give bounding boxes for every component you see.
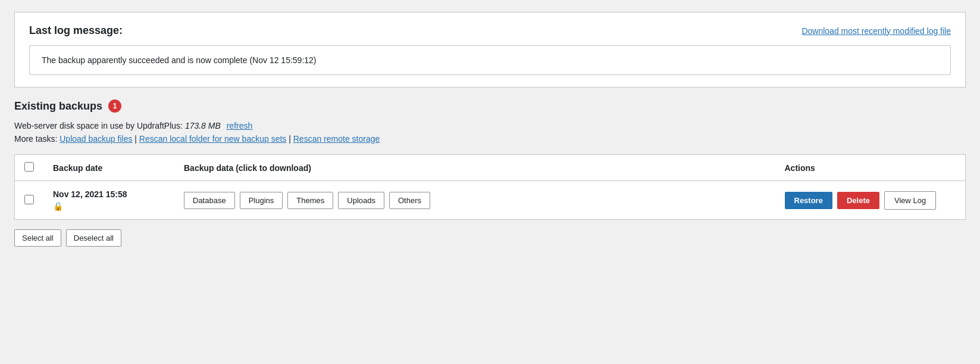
upload-backup-link[interactable]: Upload backup files	[60, 134, 132, 144]
more-tasks-label: More tasks:	[14, 134, 57, 144]
viewlog-button[interactable]: View Log	[884, 191, 936, 210]
bottom-row: Select all Deselect all	[14, 229, 966, 247]
existing-backups-title: Existing backups	[14, 100, 102, 113]
download-log-link[interactable]: Download most recently modified log file	[801, 26, 951, 36]
backup-actions-cell: Restore Delete View Log	[775, 181, 966, 220]
refresh-link[interactable]: refresh	[227, 121, 253, 130]
data-buttons-group: Database Plugins Themes Uploads Others	[184, 192, 766, 209]
action-buttons-group: Restore Delete View Log	[785, 191, 956, 210]
col-header-data: Backup data (click to download)	[174, 155, 775, 181]
log-message-text: The backup apparently succeeded and is n…	[42, 55, 317, 65]
backup-data-cell: Database Plugins Themes Uploads Others	[174, 181, 775, 220]
existing-backups-header: Existing backups 1	[14, 99, 966, 113]
lock-icon: 🔒	[53, 201, 63, 211]
plugins-button[interactable]: Plugins	[240, 192, 283, 209]
backup-date-cell: Nov 12, 2021 15:58 🔒	[43, 181, 174, 220]
rescan-remote-link[interactable]: Rescan remote storage	[293, 134, 380, 144]
table-row: Nov 12, 2021 15:58 🔒 Database Plugins Th…	[15, 181, 966, 220]
disk-space-value-text: 173.8 MB	[185, 121, 221, 130]
col-header-checkbox	[15, 155, 44, 181]
col-header-date: Backup date	[43, 155, 174, 181]
last-log-title: Last log message:	[29, 24, 123, 37]
more-tasks-row: More tasks: Upload backup files | Rescan…	[14, 134, 966, 144]
disk-space-row: Web-server disk space in use by UpdraftP…	[14, 121, 966, 130]
row-checkbox-cell	[15, 181, 44, 220]
select-all-checkbox[interactable]	[24, 162, 34, 172]
row-checkbox[interactable]	[24, 195, 34, 204]
backup-date-text: Nov 12, 2021 15:58	[53, 189, 165, 199]
themes-button[interactable]: Themes	[287, 192, 333, 209]
others-button[interactable]: Others	[389, 192, 430, 209]
disk-space-label: Web-server disk space in use by UpdraftP…	[14, 121, 183, 130]
database-button[interactable]: Database	[184, 192, 235, 209]
log-message-box: The backup apparently succeeded and is n…	[29, 45, 951, 75]
select-all-button[interactable]: Select all	[14, 229, 61, 247]
deselect-all-button[interactable]: Deselect all	[66, 229, 121, 247]
backup-count-badge: 1	[108, 99, 121, 113]
restore-button[interactable]: Restore	[785, 192, 832, 209]
backup-table: Backup date Backup data (click to downlo…	[14, 154, 966, 220]
delete-button[interactable]: Delete	[837, 192, 879, 209]
rescan-local-link[interactable]: Rescan local folder for new backup sets	[139, 134, 286, 144]
uploads-button[interactable]: Uploads	[338, 192, 384, 209]
col-header-actions: Actions	[775, 155, 966, 181]
